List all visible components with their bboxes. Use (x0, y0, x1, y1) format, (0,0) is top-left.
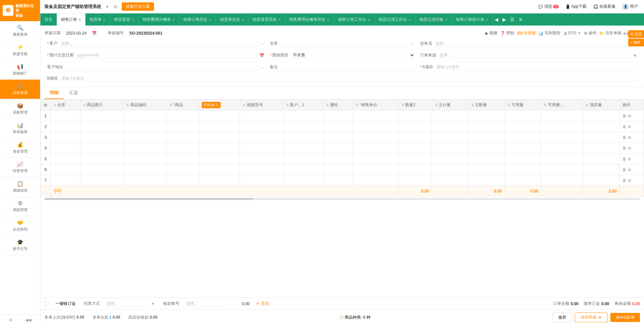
tab-close-order-stats[interactable]: ✕ (486, 18, 488, 22)
scan-entry-button[interactable]: 扫码录入 (202, 102, 221, 108)
row-copy-icon-3[interactable]: ⊕ (628, 135, 631, 140)
tab-close-slip-history[interactable]: ✕ (241, 18, 244, 22)
one-click-checkbox[interactable] (44, 301, 49, 306)
discard-button[interactable]: 放弃 (553, 313, 572, 322)
col-available2[interactable]: ⇅ 可用量... (541, 100, 583, 111)
order-source-more-icon[interactable]: ▼ (633, 53, 637, 58)
payment-method-input[interactable] (105, 300, 146, 307)
message-button[interactable]: 💬 消息 9 (536, 3, 561, 10)
sidebar-settings-icon[interactable]: ⚙ (9, 318, 13, 322)
tab-sales-order[interactable]: 销售订单 ✕ (57, 13, 85, 26)
sidebar-item-inventory[interactable]: 📊 库存核算 (0, 119, 40, 138)
shortcut-button[interactable]: ⌨ 快捷键 (517, 30, 536, 36)
sidebar-item-quick-nav[interactable]: ⚡ 快捷导航 (0, 41, 40, 60)
col-settings[interactable]: ⚙ (41, 100, 51, 111)
customer-input[interactable] (60, 40, 261, 47)
tab-cash-reconcile[interactable]: 钱货日清对账 ✕ (415, 13, 452, 26)
row-copy-icon-1[interactable]: ⊕ (628, 114, 631, 118)
warehouse-more-icon[interactable]: ··· (411, 41, 415, 46)
save-new-button[interactable]: 保存&新增 (610, 313, 640, 322)
tab-close-cash-reconcile[interactable]: ✕ (445, 18, 448, 22)
tab-close-all-button[interactable]: ✕ (517, 17, 525, 22)
view-video-button[interactable]: ▶ 视频 (485, 30, 497, 36)
tab-cash-workbench[interactable]: 钱货日清工作台 ✕ (375, 13, 415, 26)
sidebar-item-basic-info[interactable]: 📋 基础信息 (0, 177, 40, 197)
address-more-icon[interactable]: ··· (260, 65, 264, 70)
col-attr[interactable]: ⇅ 属性 (323, 100, 353, 111)
a-project-input[interactable] (435, 64, 637, 70)
col-code[interactable]: ⇅ 商品编码 (123, 100, 166, 111)
online-service-button[interactable]: 🎧 在线客服 (591, 3, 617, 10)
col-warehouse[interactable]: ⇅ 仓库 (51, 100, 80, 111)
tab-home[interactable]: 首页 (40, 13, 57, 26)
sidebar-item-operations[interactable]: 📈 经营管理 (0, 158, 40, 177)
sidebar-item-guide[interactable]: 🎓 新手引导 (0, 236, 40, 255)
row-delete-icon-2[interactable]: 🗑 (622, 124, 627, 129)
col-qty2[interactable]: ⇅ 数量2 (399, 100, 432, 111)
payment-dropdown-icon[interactable]: ▼ (151, 301, 155, 306)
col-customer-code[interactable]: ⇅ 客户... ℹ (283, 100, 323, 111)
col-stock[interactable]: ⇅ 现存量 (583, 100, 619, 111)
col-spec[interactable]: ⇅ 规格型号 (240, 100, 283, 111)
save-draft-button[interactable]: 保存草稿 ▼ (575, 313, 608, 322)
tab-order-workbench[interactable]: 销售订单工作台 ✕ (334, 13, 375, 26)
tab-slip-history[interactable]: 销货单历史 ✕ (216, 13, 249, 26)
col-image[interactable]: ⇅ 商品图片 (80, 100, 123, 111)
tab-detail[interactable]: 明细 (44, 87, 64, 99)
sidebar-item-sales[interactable]: 🛒 销售管理 (0, 80, 40, 99)
sidebar-item-marketing[interactable]: 📢 营销推广 (0, 60, 40, 80)
sidebar-item-system[interactable]: ⚙ 系统管理 (0, 197, 40, 216)
customer-more-icon[interactable]: ··· (260, 41, 264, 46)
bank-more-icon[interactable]: ··· (230, 301, 234, 306)
tab-close-sales-return[interactable]: ✕ (131, 18, 134, 22)
material-side-button[interactable]: + 物料 (628, 39, 644, 46)
calendar-icon[interactable]: 📅 (92, 31, 97, 36)
tab-close-expense-history[interactable]: ✕ (327, 18, 330, 22)
add-button[interactable]: ⊕ 添加 (256, 301, 269, 307)
col-main-unit[interactable]: ⇅ 主计量 (432, 100, 468, 111)
tab-close-order-history[interactable]: ✕ (209, 18, 212, 22)
row-delete-icon-4[interactable]: 🗑 (622, 146, 627, 151)
scroll-bar-area[interactable] (40, 197, 644, 201)
row-copy-icon-7[interactable]: ⊕ (628, 178, 631, 183)
calendar2-icon[interactable]: 📅 (259, 53, 264, 58)
tab-order-stats[interactable]: 销售订单统计表 ✕ (452, 13, 493, 26)
app-download-button[interactable]: 📱 App下载 (563, 3, 589, 10)
tab-close-sales-slip[interactable]: ✕ (103, 18, 106, 22)
date-value[interactable]: 2023-03-24 (66, 31, 86, 36)
bank-account-input[interactable] (185, 300, 225, 307)
operation-button[interactable]: ⚙ 操作 (584, 30, 597, 36)
tab-sales-return[interactable]: 销货退货 ✕ (110, 13, 139, 26)
profit-button[interactable]: 📊 毛利预告 (538, 30, 561, 36)
info-icon[interactable]: ℹ (110, 315, 111, 320)
tab-close-return-history[interactable]: ✕ (278, 18, 281, 22)
save-draft-dropdown-icon[interactable]: ▼ (598, 315, 602, 320)
help-button[interactable]: ❓ 帮助 (500, 30, 514, 36)
print-button[interactable]: 🖨 打印 ▼ (563, 30, 581, 36)
row-delete-icon-7[interactable]: 🗑 (622, 178, 627, 183)
warehouse-input[interactable]: 成品库 (280, 40, 411, 47)
col-main-qty[interactable]: ⇅ 主数量 (468, 100, 505, 111)
tab-expense-history[interactable]: 销售费用分摊单历史 ✕ (285, 13, 334, 26)
sidebar-item-purchase[interactable]: 📦 采购管理 (0, 99, 40, 119)
history-button[interactable]: 📁 历史单据 ◀ ▶ (599, 30, 630, 36)
tab-sales-order-history[interactable]: 销售订单历史 ✕ (179, 13, 216, 26)
row-delete-icon-3[interactable]: 🗑 (622, 135, 627, 140)
salesperson-input[interactable] (434, 40, 633, 47)
sidebar-item-search[interactable]: 🔍 搜索菜单 (0, 21, 40, 41)
tab-close-cash-workbench[interactable]: ✕ (408, 18, 411, 22)
customer-address-input[interactable] (65, 64, 260, 70)
row-copy-icon-4[interactable]: ⊕ (628, 146, 631, 151)
col-available[interactable]: ⇅ 可用量 (505, 100, 541, 111)
tab-summary[interactable]: 汇总 (64, 87, 83, 99)
row-copy-icon-6[interactable]: ⊕ (628, 167, 631, 172)
row-copy-icon-5[interactable]: ⊕ (628, 157, 631, 161)
row-delete-icon-1[interactable]: 🗑 (622, 114, 627, 118)
user-button[interactable]: 👤 用户 (620, 3, 640, 11)
tab-return-history[interactable]: 销货退货历史 ✕ (249, 13, 285, 26)
dropdown-arrow-icon[interactable]: ▼ (105, 4, 109, 9)
delivery-date-input[interactable] (76, 52, 259, 58)
tab-menu-button[interactable]: ☰ (508, 17, 517, 22)
sidebar-item-cooperation[interactable]: 🤝 企业协同 (0, 216, 40, 236)
industry-plan-button[interactable]: 体验行业方案 (122, 2, 154, 11)
